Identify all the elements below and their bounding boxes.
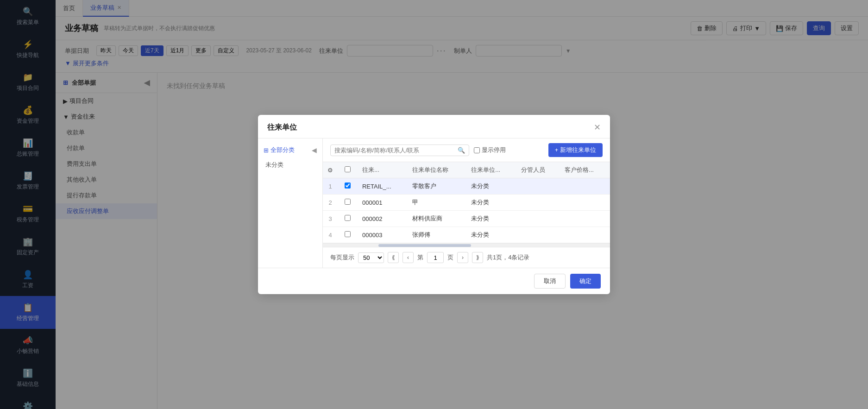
- row-num: 2: [323, 195, 338, 211]
- row-name: 甲: [408, 195, 467, 211]
- dialog-footer: 取消 确定: [258, 268, 610, 294]
- partner-dialog: 往来单位 ✕ ⊞ 全部分类 ◀ 未分类: [258, 115, 610, 294]
- row-name: 张师傅: [408, 227, 467, 243]
- table-row[interactable]: 1 RETAIL_... 零散客户 未分类: [323, 178, 610, 195]
- row-num: 4: [323, 227, 338, 243]
- row-price: [560, 211, 610, 227]
- pager-last-button[interactable]: ⟫: [472, 252, 483, 263]
- row-num: 1: [323, 178, 338, 195]
- row-category: 未分类: [466, 227, 516, 243]
- row-checkbox[interactable]: [345, 215, 351, 221]
- row-name: 零散客户: [408, 178, 467, 195]
- per-page-select[interactable]: 50 100 200: [358, 252, 384, 263]
- dialog-search-box[interactable]: 🔍: [330, 145, 469, 156]
- row-checkbox[interactable]: [345, 231, 351, 237]
- dialog-search-icon: 🔍: [458, 147, 465, 154]
- dialog-body: ⊞ 全部分类 ◀ 未分类 🔍 显示停用: [258, 138, 610, 268]
- row-code: 000002: [358, 211, 408, 227]
- dialog-category-sidebar: ⊞ 全部分类 ◀ 未分类: [258, 138, 323, 268]
- dialog-scrollbar-thumb[interactable]: [378, 244, 471, 247]
- dialog-header: 往来单位 ✕: [258, 115, 610, 138]
- table-row[interactable]: 4 000003 张师傅 未分类: [323, 227, 610, 243]
- row-checkbox-cell[interactable]: [338, 227, 358, 243]
- grid-icon-small: ⊞: [264, 147, 269, 154]
- dialog-sidebar-collapse-button[interactable]: ◀: [312, 146, 317, 154]
- row-manager: [516, 227, 560, 243]
- row-code: RETAIL_...: [358, 178, 408, 195]
- row-price: [560, 227, 610, 243]
- row-code: 000001: [358, 195, 408, 211]
- page-label: 第: [417, 253, 423, 262]
- row-name: 材料供应商: [408, 211, 467, 227]
- confirm-button[interactable]: 确定: [570, 274, 601, 289]
- dialog-content: 🔍 显示停用 + 新增往来单位 ⚙: [323, 138, 610, 268]
- th-price: 客户价格...: [560, 162, 610, 178]
- per-page-label: 每页显示: [330, 253, 354, 262]
- th-code: 往来...: [358, 162, 408, 178]
- page-suffix: 页: [447, 253, 453, 262]
- th-name: 往来单位名称: [408, 162, 467, 178]
- pager-next-button[interactable]: ›: [457, 252, 468, 263]
- dialog-sidebar-header: ⊞ 全部分类 ◀: [258, 144, 322, 158]
- row-checkbox-cell[interactable]: [338, 195, 358, 211]
- show-disabled-label[interactable]: 显示停用: [474, 146, 506, 154]
- show-disabled-checkbox[interactable]: [474, 147, 480, 153]
- dialog-overlay: 往来单位 ✕ ⊞ 全部分类 ◀ 未分类: [0, 0, 868, 409]
- th-settings: ⚙: [323, 162, 338, 178]
- th-category: 往来单位...: [466, 162, 516, 178]
- dialog-scrollbar[interactable]: [323, 243, 610, 247]
- dialog-category-unclassified[interactable]: 未分类: [258, 158, 322, 172]
- row-checkbox[interactable]: [345, 199, 351, 205]
- th-checkbox: [338, 162, 358, 178]
- cancel-button[interactable]: 取消: [534, 274, 566, 289]
- row-checkbox-cell[interactable]: [338, 178, 358, 195]
- row-price: [560, 178, 610, 195]
- row-num: 3: [323, 211, 338, 227]
- th-manager: 分管人员: [516, 162, 560, 178]
- partner-table: ⚙ 往来... 往来单位名称 往来单位... 分管人员 客户价格...: [323, 162, 610, 243]
- row-checkbox[interactable]: [345, 182, 351, 189]
- select-all-checkbox[interactable]: [345, 166, 351, 172]
- dialog-title: 往来单位: [267, 123, 297, 132]
- row-category: 未分类: [466, 211, 516, 227]
- dialog-close-button[interactable]: ✕: [594, 122, 601, 132]
- dialog-toolbar: 🔍 显示停用 + 新增往来单位: [323, 138, 610, 162]
- table-header-row: ⚙ 往来... 往来单位名称 往来单位... 分管人员 客户价格...: [323, 162, 610, 178]
- pager-first-button[interactable]: ⟪: [388, 252, 399, 263]
- row-checkbox-cell[interactable]: [338, 211, 358, 227]
- pager-prev-button[interactable]: ‹: [403, 252, 414, 263]
- page-number-input[interactable]: [427, 252, 444, 263]
- dialog-table: ⚙ 往来... 往来单位名称 往来单位... 分管人员 客户价格...: [323, 162, 610, 243]
- dialog-search-input[interactable]: [334, 147, 458, 154]
- row-manager: [516, 211, 560, 227]
- row-category: 未分类: [466, 178, 516, 195]
- dialog-pagination: 每页显示 50 100 200 ⟪ ‹ 第 页 › ⟫ 共1页，4条记录: [323, 247, 610, 268]
- row-category: 未分类: [466, 195, 516, 211]
- total-info: 共1页，4条记录: [487, 253, 529, 262]
- row-price: [560, 195, 610, 211]
- add-partner-button[interactable]: + 新增往来单位: [548, 143, 603, 157]
- table-row[interactable]: 2 000001 甲 未分类: [323, 195, 610, 211]
- row-code: 000003: [358, 227, 408, 243]
- row-manager: [516, 195, 560, 211]
- table-row[interactable]: 3 000002 材料供应商 未分类: [323, 211, 610, 227]
- row-manager: [516, 178, 560, 195]
